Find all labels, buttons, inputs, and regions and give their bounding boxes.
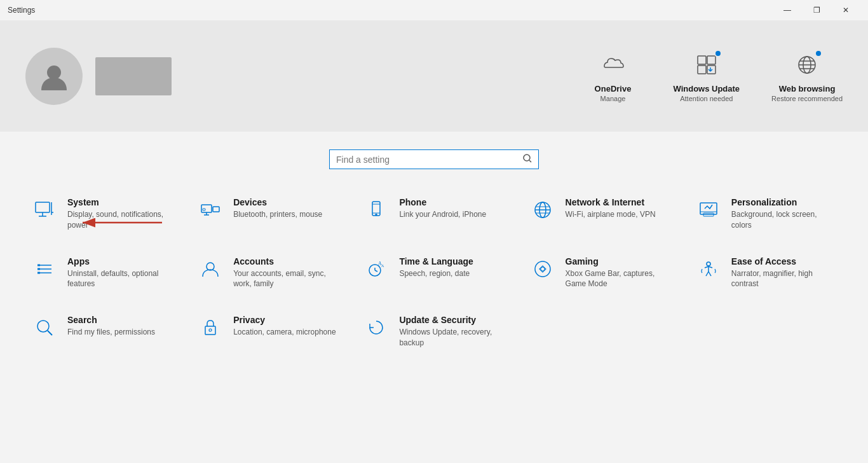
update-security-desc: Windows Update, recovery, backup <box>399 327 504 349</box>
search-desc: Find my files, permissions <box>67 327 155 338</box>
ease-desc: Narrator, magnifier, high contrast <box>731 268 836 290</box>
svg-rect-1 <box>698 56 706 64</box>
svg-line-53 <box>48 331 52 335</box>
network-desc: Wi-Fi, airplane mode, VPN <box>566 209 656 220</box>
svg-point-40 <box>207 263 214 270</box>
window-controls: — ❐ ✕ <box>773 0 860 20</box>
maximize-button[interactable]: ❐ <box>802 0 831 20</box>
gaming-text: Gaming Xbox Game Bar, captures, Game Mod… <box>566 256 670 290</box>
update-security-text: Update & Security Windows Update, recove… <box>399 315 504 349</box>
setting-accounts[interactable]: Accounts Your accounts, email, sync, wor… <box>185 244 351 303</box>
svg-point-47 <box>541 267 545 271</box>
setting-gaming[interactable]: Gaming Xbox Game Bar, captures, Game Mod… <box>517 244 683 303</box>
phone-desc: Link your Android, iPhone <box>399 209 486 220</box>
svg-line-11 <box>529 160 531 162</box>
web-browsing-label: Web browsing <box>779 84 836 93</box>
settings-grid: System Display, sound, notifications, po… <box>0 184 868 361</box>
setting-devices[interactable]: Devices Bluetooth, printers, mouse <box>185 184 351 244</box>
svg-point-25 <box>376 214 377 216</box>
ease-text: Ease of Access Narrator, magnifier, high… <box>731 256 836 290</box>
personalization-title: Personalization <box>731 197 836 207</box>
update-security-icon <box>363 315 389 340</box>
search-text: Search Find my files, permissions <box>67 315 155 338</box>
minimize-button[interactable]: — <box>773 0 802 20</box>
search-setting-icon <box>32 315 57 340</box>
time-icon: A A <box>363 256 389 282</box>
setting-update-security[interactable]: Update & Security Windows Update, recove… <box>351 302 517 361</box>
web-browsing-sublabel: Restore recommended <box>771 95 843 102</box>
network-text: Network & Internet Wi-Fi, airplane mode,… <box>566 197 656 220</box>
gaming-desc: Xbox Game Bar, captures, Game Mode <box>566 268 670 290</box>
svg-rect-12 <box>36 202 50 212</box>
setting-time[interactable]: A A Time & Language Speech, region, date <box>351 244 517 303</box>
svg-point-10 <box>524 155 530 161</box>
svg-point-48 <box>707 262 710 266</box>
accounts-icon <box>198 256 223 282</box>
title-bar: Settings — ❐ ✕ <box>0 0 868 20</box>
accounts-desc: Your accounts, email, sync, work, family <box>233 268 338 290</box>
user-icon <box>37 60 71 93</box>
search-box <box>329 149 539 169</box>
ease-icon <box>696 256 721 282</box>
privacy-icon <box>198 315 223 340</box>
svg-rect-31 <box>700 203 717 214</box>
network-title: Network & Internet <box>566 197 656 207</box>
search-section <box>0 132 868 184</box>
shortcut-web-browsing[interactable]: Web browsing Restore recommended <box>771 50 843 102</box>
setting-system[interactable]: System Display, sound, notifications, po… <box>19 184 185 244</box>
time-desc: Speech, region, date <box>399 268 473 279</box>
svg-line-50 <box>706 272 709 276</box>
shortcut-onedrive[interactable]: OneDrive Manage <box>585 50 642 102</box>
svg-rect-2 <box>707 56 715 64</box>
svg-point-55 <box>209 329 212 331</box>
personalization-icon <box>696 197 721 223</box>
profile-header: OneDrive Manage Windows Update Attention… <box>0 20 868 132</box>
phone-icon <box>363 197 389 223</box>
phone-title: Phone <box>399 197 486 207</box>
onedrive-sublabel: Manage <box>600 95 626 102</box>
svg-rect-18 <box>213 207 219 212</box>
header-shortcuts: OneDrive Manage Windows Update Attention… <box>585 50 843 102</box>
setting-apps[interactable]: Apps Uninstall, defaults, optional featu… <box>19 244 185 303</box>
time-text: Time & Language Speech, region, date <box>399 256 473 279</box>
devices-icon <box>198 197 223 223</box>
personalization-text: Personalization Background, lock screen,… <box>731 197 836 231</box>
apps-desc: Uninstall, defaults, optional features <box>67 268 172 290</box>
app-title: Settings <box>8 6 35 15</box>
onedrive-icon <box>598 50 628 80</box>
svg-rect-22 <box>372 202 380 216</box>
gaming-title: Gaming <box>566 256 670 266</box>
search-button[interactable] <box>523 154 532 165</box>
setting-ease[interactable]: Ease of Access Narrator, magnifier, high… <box>683 244 849 303</box>
setting-privacy[interactable]: Privacy Location, camera, microphone <box>185 302 351 361</box>
windows-update-label: Windows Update <box>674 84 740 93</box>
apps-icon <box>32 256 57 282</box>
devices-desc: Bluetooth, printers, mouse <box>233 209 322 220</box>
system-icon <box>32 197 57 223</box>
shortcut-windows-update[interactable]: Windows Update Attention needed <box>674 50 740 102</box>
personalization-desc: Background, lock screen, colors <box>731 209 836 231</box>
search-input[interactable] <box>336 155 523 165</box>
privacy-title: Privacy <box>233 315 336 325</box>
accounts-text: Accounts Your accounts, email, sync, wor… <box>233 256 338 290</box>
svg-rect-3 <box>698 66 706 74</box>
setting-search[interactable]: Search Find my files, permissions <box>19 302 185 361</box>
setting-phone[interactable]: Phone Link your Android, iPhone <box>351 184 517 244</box>
close-button[interactable]: ✕ <box>831 0 860 20</box>
windows-update-icon <box>691 50 722 80</box>
search-icon <box>523 154 532 163</box>
avatar[interactable] <box>25 48 83 105</box>
gaming-icon <box>530 256 555 282</box>
web-dot <box>815 50 822 57</box>
privacy-desc: Location, camera, microphone <box>233 327 336 338</box>
update-security-title: Update & Security <box>399 315 504 325</box>
setting-personalization[interactable]: Personalization Background, lock screen,… <box>683 184 849 244</box>
svg-text:A: A <box>381 264 384 268</box>
setting-network[interactable]: Network & Internet Wi-Fi, airplane mode,… <box>517 184 683 244</box>
windows-update-sublabel: Attention needed <box>680 95 733 102</box>
svg-line-43 <box>375 270 377 272</box>
svg-rect-54 <box>205 326 215 335</box>
svg-rect-21 <box>203 209 205 211</box>
privacy-text: Privacy Location, camera, microphone <box>233 315 336 338</box>
system-desc: Display, sound, notifications, power <box>67 209 172 231</box>
